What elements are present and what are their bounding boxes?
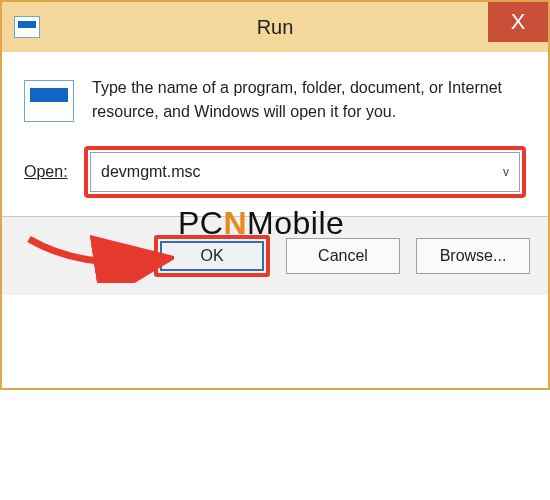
open-label: Open: — [24, 163, 70, 181]
close-icon: X — [511, 9, 526, 35]
chevron-down-icon: v — [503, 165, 509, 179]
open-row: Open: devmgmt.msc v — [2, 136, 548, 216]
arrow-annotation-icon — [24, 229, 174, 283]
open-combobox[interactable]: devmgmt.msc v — [90, 152, 520, 192]
run-dialog: Run X Type the name of a program, folder… — [0, 0, 550, 390]
browse-button[interactable]: Browse... — [416, 238, 530, 274]
cancel-button[interactable]: Cancel — [286, 238, 400, 274]
run-icon — [24, 80, 74, 122]
ok-highlight: OK — [154, 235, 270, 277]
dialog-body: Type the name of a program, folder, docu… — [2, 52, 548, 136]
open-highlight: devmgmt.msc v — [84, 146, 526, 198]
ok-button[interactable]: OK — [160, 241, 264, 271]
button-row: OK Cancel Browse... — [2, 217, 548, 295]
open-value: devmgmt.msc — [101, 163, 201, 181]
dialog-description: Type the name of a program, folder, docu… — [92, 76, 526, 124]
titlebar: Run X — [2, 2, 548, 52]
close-button[interactable]: X — [488, 2, 548, 42]
window-title: Run — [2, 16, 548, 39]
